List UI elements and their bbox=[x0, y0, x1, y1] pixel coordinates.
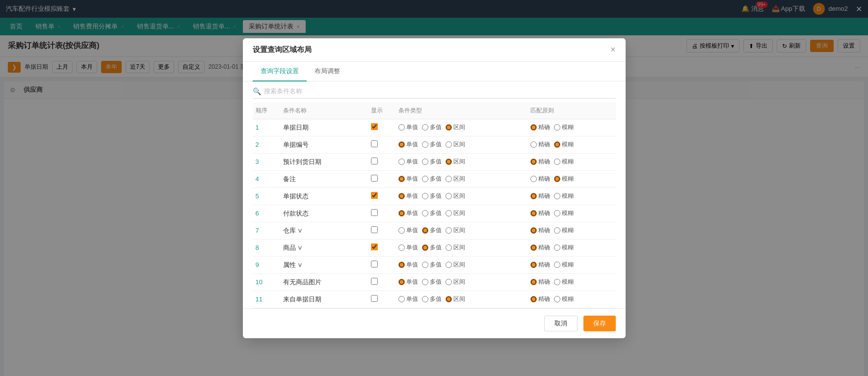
display-checkbox[interactable] bbox=[371, 140, 378, 147]
row-display[interactable] bbox=[368, 291, 395, 308]
display-checkbox[interactable] bbox=[371, 175, 378, 182]
type-radio-2[interactable]: 区间 bbox=[446, 278, 465, 286]
row-display[interactable] bbox=[368, 222, 395, 239]
type-radio-0[interactable]: 单值 bbox=[398, 295, 418, 303]
type-radio-2[interactable]: 区间 bbox=[446, 140, 465, 149]
row-display[interactable] bbox=[368, 170, 395, 188]
type-radio-2[interactable]: 区间 bbox=[446, 226, 465, 235]
type-radio-1[interactable]: 多值 bbox=[422, 243, 442, 252]
row-display[interactable] bbox=[368, 188, 395, 205]
match-radio-0[interactable]: 精确 bbox=[530, 243, 550, 252]
type-radio-2[interactable]: 区间 bbox=[446, 295, 465, 303]
display-checkbox[interactable] bbox=[371, 261, 378, 268]
type-radio-1[interactable]: 多值 bbox=[422, 209, 442, 217]
display-checkbox[interactable] bbox=[371, 295, 378, 302]
type-radio-0[interactable]: 单值 bbox=[398, 123, 418, 132]
row-display[interactable] bbox=[368, 153, 395, 170]
dialog-tabs: 查询字段设置 布局调整 bbox=[243, 62, 626, 81]
match-radio-1[interactable]: 模糊 bbox=[554, 158, 574, 166]
match-radio-0[interactable]: 精确 bbox=[530, 158, 550, 166]
table-row: 3预计到货日期单值多值区间精确模糊 bbox=[253, 153, 616, 170]
display-checkbox[interactable] bbox=[371, 209, 378, 216]
row-name: 单据状态 bbox=[280, 188, 368, 205]
match-radio-1[interactable]: 模糊 bbox=[554, 123, 574, 132]
row-display[interactable] bbox=[368, 273, 395, 291]
type-radio-1[interactable]: 多值 bbox=[422, 261, 442, 269]
type-radio-2[interactable]: 区间 bbox=[446, 158, 465, 166]
type-radio-1[interactable]: 多值 bbox=[422, 123, 442, 132]
match-radio-0[interactable]: 精确 bbox=[530, 295, 550, 303]
dialog-tab-layout[interactable]: 布局调整 bbox=[307, 62, 348, 81]
dialog-tab-query-fields[interactable]: 查询字段设置 bbox=[253, 62, 307, 81]
type-radio-2[interactable]: 区间 bbox=[446, 123, 465, 132]
match-radio-1[interactable]: 模糊 bbox=[554, 226, 574, 235]
th-seq: 顺序 bbox=[253, 103, 280, 119]
type-radio-0[interactable]: 单值 bbox=[398, 192, 418, 200]
type-radio-0[interactable]: 单值 bbox=[398, 140, 418, 149]
save-btn[interactable]: 保存 bbox=[583, 316, 616, 331]
type-radio-2[interactable]: 区间 bbox=[446, 175, 465, 183]
display-checkbox[interactable] bbox=[371, 158, 378, 164]
row-display[interactable] bbox=[368, 239, 395, 256]
type-radio-0[interactable]: 单值 bbox=[398, 175, 418, 183]
type-radio-1[interactable]: 多值 bbox=[422, 192, 442, 200]
row-display[interactable] bbox=[368, 136, 395, 153]
type-radio-0[interactable]: 单值 bbox=[398, 158, 418, 166]
match-radio-0[interactable]: 精确 bbox=[530, 192, 550, 200]
type-radio-1[interactable]: 多值 bbox=[422, 158, 442, 166]
row-name: 仓库 ∨ bbox=[280, 222, 368, 239]
row-display[interactable] bbox=[368, 256, 395, 273]
type-radio-2[interactable]: 区间 bbox=[446, 209, 465, 217]
display-checkbox[interactable] bbox=[371, 123, 378, 130]
type-radio-1[interactable]: 多值 bbox=[422, 140, 442, 149]
row-name: 来自单据日期 bbox=[280, 291, 368, 308]
match-radio-0[interactable]: 精确 bbox=[530, 226, 550, 235]
match-radio-0[interactable]: 精确 bbox=[530, 140, 550, 149]
type-radio-1[interactable]: 多值 bbox=[422, 295, 442, 303]
type-radio-2[interactable]: 区间 bbox=[446, 192, 465, 200]
match-radio-1[interactable]: 模糊 bbox=[554, 192, 574, 200]
dialog-overlay: 设置查询区域布局 × 查询字段设置 布局调整 🔍 顺序 条件名称 bbox=[0, 0, 868, 376]
row-match: 精确模糊 bbox=[527, 153, 615, 170]
type-radio-1[interactable]: 多值 bbox=[422, 226, 442, 235]
row-type: 单值多值区间 bbox=[395, 273, 527, 291]
match-radio-0[interactable]: 精确 bbox=[530, 175, 550, 183]
match-radio-1[interactable]: 模糊 bbox=[554, 140, 574, 149]
row-display[interactable] bbox=[368, 119, 395, 136]
type-radio-0[interactable]: 单值 bbox=[398, 226, 418, 235]
display-checkbox[interactable] bbox=[371, 226, 378, 233]
row-type: 单值多值区间 bbox=[395, 119, 527, 136]
type-radio-2[interactable]: 区间 bbox=[446, 243, 465, 252]
type-radio-0[interactable]: 单值 bbox=[398, 209, 418, 217]
cancel-btn[interactable]: 取消 bbox=[544, 316, 578, 331]
match-radio-0[interactable]: 精确 bbox=[530, 278, 550, 286]
type-radio-0[interactable]: 单值 bbox=[398, 278, 418, 286]
match-radio-0[interactable]: 精确 bbox=[530, 261, 550, 269]
match-radio-1[interactable]: 模糊 bbox=[554, 175, 574, 183]
display-checkbox[interactable] bbox=[371, 278, 378, 285]
match-radio-0[interactable]: 精确 bbox=[530, 123, 550, 132]
row-seq: 3 bbox=[256, 158, 259, 165]
row-name: 付款状态 bbox=[280, 205, 368, 222]
display-checkbox[interactable] bbox=[371, 243, 378, 250]
dialog-close-btn[interactable]: × bbox=[610, 45, 616, 54]
match-radio-1[interactable]: 模糊 bbox=[554, 261, 574, 269]
row-match: 精确模糊 bbox=[527, 188, 615, 205]
match-radio-0[interactable]: 精确 bbox=[530, 209, 550, 217]
search-input[interactable] bbox=[264, 87, 616, 95]
type-radio-2[interactable]: 区间 bbox=[446, 261, 465, 269]
row-type: 单值多值区间 bbox=[395, 170, 527, 188]
type-radio-0[interactable]: 单值 bbox=[398, 243, 418, 252]
settings-dialog: 设置查询区域布局 × 查询字段设置 布局调整 🔍 顺序 条件名称 bbox=[243, 38, 626, 338]
match-radio-1[interactable]: 模糊 bbox=[554, 295, 574, 303]
match-radio-1[interactable]: 模糊 bbox=[554, 278, 574, 286]
row-type: 单值多值区间 bbox=[395, 256, 527, 273]
match-radio-1[interactable]: 模糊 bbox=[554, 209, 574, 217]
type-radio-0[interactable]: 单值 bbox=[398, 261, 418, 269]
row-type: 单值多值区间 bbox=[395, 205, 527, 222]
type-radio-1[interactable]: 多值 bbox=[422, 175, 442, 183]
row-display[interactable] bbox=[368, 205, 395, 222]
match-radio-1[interactable]: 模糊 bbox=[554, 243, 574, 252]
display-checkbox[interactable] bbox=[371, 192, 378, 199]
type-radio-1[interactable]: 多值 bbox=[422, 278, 442, 286]
